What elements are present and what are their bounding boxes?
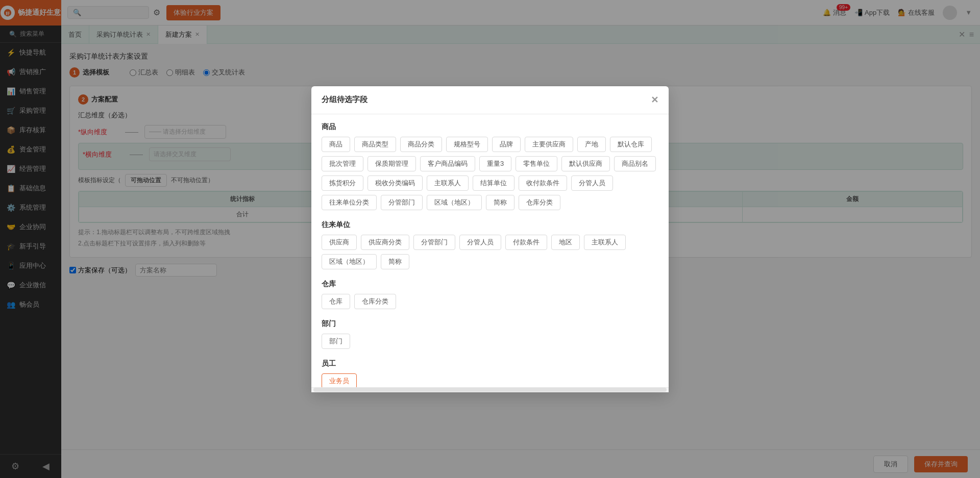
modal-body: 商品商品商品类型商品分类规格型号品牌主要供应商产地默认仓库批次管理保质期管理客户…	[311, 114, 669, 387]
field-tag-retail_unit[interactable]: 零售单位	[516, 156, 557, 171]
field-tag-wh_category[interactable]: 仓库分类	[354, 294, 396, 309]
field-tag-main_supplier[interactable]: 主要供应商	[525, 137, 573, 152]
field-tag-dept[interactable]: 分管部门	[413, 235, 455, 250]
field-tag-goods_type[interactable]: 商品类型	[354, 137, 396, 152]
field-tag-partner_contact[interactable]: 主联系人	[584, 235, 626, 250]
modal-title: 分组待选字段	[322, 95, 368, 105]
field-tag-expiry_mgmt[interactable]: 保质期管理	[368, 156, 416, 171]
horizontal-scrollbar[interactable]	[313, 388, 667, 392]
field-tag-origin[interactable]: 产地	[577, 137, 606, 152]
field-tag-supplier_category[interactable]: 供应商分类	[361, 235, 409, 250]
modal: 分组待选字段 ✕ 商品商品商品类型商品分类规格型号品牌主要供应商产地默认仓库批次…	[311, 86, 669, 392]
field-tag-area[interactable]: 地区	[551, 235, 580, 250]
field-tag-mgmt_dept[interactable]: 分管部门	[381, 195, 423, 210]
field-tag-settle_unit[interactable]: 结算单位	[473, 175, 514, 191]
field-section-title-goods: 商品	[322, 122, 658, 132]
field-tags-partner: 供应商供应商分类分管部门分管人员付款条件地区主联系人区域（地区）简称	[322, 235, 658, 269]
field-tags-department: 部门	[322, 334, 658, 349]
field-tag-weight3[interactable]: 重量3	[479, 156, 511, 171]
field-tag-brand[interactable]: 品牌	[492, 137, 521, 152]
modal-close-btn[interactable]: ✕	[651, 94, 658, 106]
field-section-employee: 员工业务员	[322, 359, 658, 387]
field-section-warehouse: 仓库仓库仓库分类	[322, 280, 658, 309]
field-tag-manager[interactable]: 分管人员	[571, 175, 613, 191]
field-tag-goods[interactable]: 商品	[322, 137, 350, 152]
field-tag-main_contact[interactable]: 主联系人	[427, 175, 469, 191]
modal-header: 分组待选字段 ✕	[311, 86, 669, 114]
field-tag-warehouse_category[interactable]: 仓库分类	[519, 195, 560, 210]
field-tag-spec_model[interactable]: 规格型号	[446, 137, 488, 152]
field-section-title-department: 部门	[322, 319, 658, 329]
field-tag-partner_short[interactable]: 简称	[381, 254, 409, 269]
field-tag-batch_mgmt[interactable]: 批次管理	[322, 156, 363, 171]
field-tag-payment_terms[interactable]: 收付款条件	[519, 175, 567, 191]
field-tag-tax_code[interactable]: 税收分类编码	[368, 175, 423, 191]
field-tag-region[interactable]: 区域（地区）	[427, 195, 482, 210]
field-tags-employee: 业务员	[322, 373, 658, 387]
field-tag-default_supplier[interactable]: 默认供应商	[561, 156, 610, 171]
field-tag-dept_field[interactable]: 部门	[322, 334, 350, 349]
field-tag-partner_region[interactable]: 区域（地区）	[322, 254, 377, 269]
field-tag-dept_staff[interactable]: 分管人员	[459, 235, 501, 250]
field-section-title-warehouse: 仓库	[322, 280, 658, 289]
modal-overlay: 分组待选字段 ✕ 商品商品商品类型商品分类规格型号品牌主要供应商产地默认仓库批次…	[0, 0, 980, 478]
field-tags-warehouse: 仓库仓库分类	[322, 294, 658, 309]
field-tag-pickup_points[interactable]: 拣货积分	[322, 175, 363, 191]
field-tag-payment_cond[interactable]: 付款条件	[505, 235, 547, 250]
field-section-title-partner: 往来单位	[322, 220, 658, 230]
field-tag-supplier[interactable]: 供应商	[322, 235, 357, 250]
field-tag-short_name[interactable]: 简称	[486, 195, 514, 210]
field-tag-customer_code[interactable]: 客户商品编码	[420, 156, 475, 171]
field-section-department: 部门部门	[322, 319, 658, 349]
modal-footer-scroll	[311, 387, 669, 392]
field-section-goods: 商品商品商品类型商品分类规格型号品牌主要供应商产地默认仓库批次管理保质期管理客户…	[322, 122, 658, 210]
field-tag-wh[interactable]: 仓库	[322, 294, 350, 309]
field-tag-salesperson[interactable]: 业务员	[322, 373, 357, 387]
field-tag-goods_alias[interactable]: 商品别名	[614, 156, 656, 171]
field-section-title-employee: 员工	[322, 359, 658, 368]
field-section-partner: 往来单位供应商供应商分类分管部门分管人员付款条件地区主联系人区域（地区）简称	[322, 220, 658, 269]
field-tag-default_warehouse[interactable]: 默认仓库	[610, 137, 652, 152]
field-tags-goods: 商品商品类型商品分类规格型号品牌主要供应商产地默认仓库批次管理保质期管理客户商品…	[322, 137, 658, 210]
field-tag-goods_category[interactable]: 商品分类	[400, 137, 442, 152]
field-tag-source_unit_category[interactable]: 往来单位分类	[322, 195, 377, 210]
